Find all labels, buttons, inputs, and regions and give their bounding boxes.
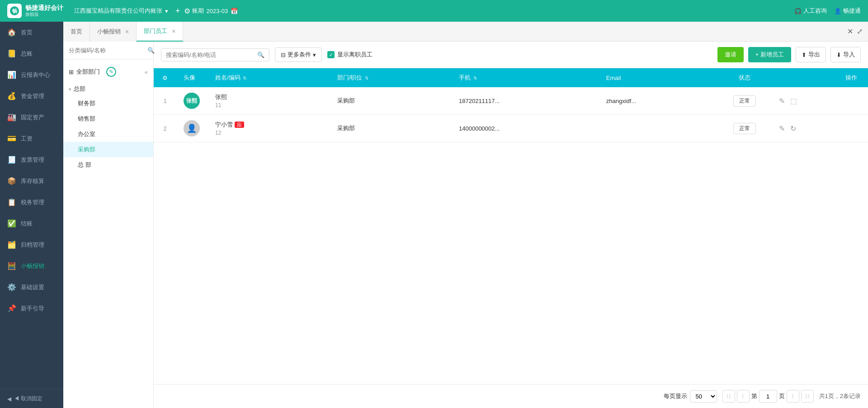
col-name[interactable]: 姓名/编码 ⇅	[208, 68, 330, 87]
dept-group-name-general: 总部	[74, 85, 85, 93]
add-employee-button[interactable]: + 新增员工	[748, 47, 791, 62]
col-dept[interactable]: 部门/职位 ⇅	[330, 68, 452, 87]
sidebar-item-guide[interactable]: 📌 新手引导	[0, 298, 63, 319]
sidebar-item-expense[interactable]: 🧮 小畅报销	[0, 255, 63, 277]
dept-item-purchase[interactable]: 采购部	[63, 142, 153, 157]
import-icon: ⬇	[836, 52, 841, 58]
sidebar-item-reports[interactable]: 📊 云报表中心	[0, 64, 63, 85]
settings-icon[interactable]: ⚙	[182, 5, 192, 17]
sidebar-item-salary[interactable]: 💳 工资	[0, 128, 63, 149]
dept-item-hq[interactable]: 总 部	[63, 157, 153, 173]
user-profile-button[interactable]: 👤 畅捷通	[834, 7, 861, 15]
dept-all-label: 全部部门	[76, 68, 100, 76]
sidebar-item-settings[interactable]: ⚙️ 基础设置	[0, 277, 63, 298]
col-avatar: 头像	[176, 68, 208, 87]
avatar: 👤	[184, 120, 200, 136]
human-service-button[interactable]: 🎧 人工咨询	[794, 7, 827, 15]
tab-expense-close[interactable]: ×	[125, 28, 129, 35]
edit-icon[interactable]: ✎	[779, 97, 785, 105]
close-tab-button[interactable]: ✕	[847, 27, 853, 36]
logout-icon[interactable]: ⬚	[790, 97, 797, 105]
sidebar-item-home[interactable]: 🏠 首页	[0, 22, 63, 43]
export-button[interactable]: ⬆ 导出	[796, 47, 826, 62]
sidebar-item-invoice[interactable]: 🧾 发票管理	[0, 149, 63, 170]
collapse-tree-button[interactable]: «	[145, 69, 148, 75]
per-page-area: 每页显示 50 10 20 100	[664, 390, 717, 403]
header-actions: 🎧 人工咨询 👤 畅捷通	[794, 7, 861, 15]
category-search-input[interactable]	[69, 47, 145, 54]
logo-area: 畅 畅捷通好会计 旗舰版	[7, 4, 71, 18]
tab-expense[interactable]: 小畅报销 ×	[90, 22, 137, 42]
search-icon-toolbar: 🔍	[257, 52, 264, 58]
top-header: 畅 畅捷通好会计 旗舰版 江西服宝精品有限责任公司内账张 ▾ + ⚙ 账期 20…	[0, 0, 868, 22]
prev-page-button[interactable]: ⟨	[737, 390, 750, 403]
sidebar-label-archive: 归档管理	[21, 241, 44, 249]
tab-dept[interactable]: 部门员工 ×	[137, 22, 183, 42]
content-area: 首页 小畅报销 × 部门员工 × ✕ ⤢ 🔍	[63, 22, 868, 408]
filter-button[interactable]: ⊟ 更多条件 ▾	[275, 47, 322, 62]
inventory-icon: 📦	[7, 177, 16, 185]
sidebar-item-inventory[interactable]: 📦 库存核算	[0, 170, 63, 192]
expand-tab-button[interactable]: ⤢	[857, 27, 863, 36]
employee-status-cell: 正常	[717, 87, 772, 115]
add-company-button[interactable]: +	[174, 5, 182, 18]
sidebar-label-expense: 小畅报销	[21, 262, 44, 270]
page-input[interactable]	[759, 390, 777, 403]
employee-mobile-cell: 18720211117...	[452, 87, 599, 115]
sidebar-label-salary: 工资	[21, 135, 33, 143]
tab-bar-actions: ✕ ⤢	[847, 27, 868, 36]
calendar-icon[interactable]: 📅	[231, 8, 238, 14]
page-content: 🔍 ⊞ 全部部门 ✎ « ▾ 总部	[63, 42, 868, 408]
import-button[interactable]: ⬇ 导入	[830, 47, 861, 62]
employee-list-panel: 🔍 ⊟ 更多条件 ▾ ✓ 显示离职员工	[154, 42, 868, 408]
show-resigned-checkbox[interactable]: ✓ 显示离职员工	[327, 51, 373, 59]
employee-mobile: 18720211117...	[459, 98, 500, 104]
dept-finance-label: 财务部	[78, 100, 95, 107]
logo-text-area: 畅捷通好会计 旗舰版	[25, 4, 63, 18]
row-index: 2	[154, 115, 176, 142]
employee-avatar-cell: 👤	[176, 115, 208, 142]
sidebar-item-settle[interactable]: ✅ 结账	[0, 213, 63, 234]
last-page-button[interactable]: ⟩⟩	[801, 390, 814, 403]
next-page-button[interactable]: ⟩	[787, 390, 799, 403]
first-page-button[interactable]: ⟨⟨	[722, 390, 735, 403]
dept-group-header-general[interactable]: ▾ 总部	[63, 82, 153, 96]
sidebar-item-capital[interactable]: 💰 资金管理	[0, 85, 63, 107]
col-actions: 操作	[772, 68, 868, 87]
invite-button[interactable]: 邀请	[717, 47, 744, 62]
employee-name-cell: 宁小雪应12	[208, 115, 330, 142]
dept-item-finance[interactable]: 财务部	[63, 96, 153, 111]
dept-item-office[interactable]: 办公室	[63, 127, 153, 142]
sidebar-label-fixed: 固定资产	[21, 113, 44, 122]
dept-office-label: 办公室	[78, 131, 95, 137]
sidebar-label-home: 首页	[21, 28, 33, 37]
employee-search-box: 🔍	[161, 48, 269, 61]
dept-item-sales[interactable]: 销售部	[63, 111, 153, 127]
sidebar-label-invoice: 发票管理	[21, 156, 44, 164]
per-page-select[interactable]: 50 10 20 100	[690, 390, 717, 403]
show-resigned-label: 显示离职员工	[337, 51, 373, 59]
tab-dept-close[interactable]: ×	[172, 28, 175, 35]
cancel-pin-button[interactable]: ◀ ◀ 取消固定	[0, 389, 63, 408]
edit-icon[interactable]: ✎	[779, 124, 785, 133]
invoice-icon: 🧾	[7, 155, 16, 164]
company-selector[interactable]: 江西服宝精品有限责任公司内账张 ▾	[74, 7, 168, 15]
dept-all-button[interactable]: ⊞ 全部部门 ✎ «	[63, 63, 153, 80]
employee-search-input[interactable]	[166, 52, 255, 58]
tab-home[interactable]: 首页	[63, 22, 90, 42]
page-label: 第	[751, 392, 757, 400]
edit-dept-button[interactable]: ✎	[106, 67, 116, 77]
sidebar-item-fixed[interactable]: 🏭 固定资产	[0, 107, 63, 128]
employee-name: 宁小雪应	[215, 121, 323, 129]
dept-sort-icon: ⇅	[365, 75, 368, 80]
sidebar-item-tax[interactable]: 📋 税务管理	[0, 192, 63, 213]
employee-email-cell	[599, 115, 717, 142]
sidebar-item-archive[interactable]: 🗂️ 归档管理	[0, 234, 63, 255]
col-settings[interactable]: ⚙	[154, 68, 176, 87]
refresh-icon[interactable]: ↻	[790, 124, 796, 133]
col-mobile[interactable]: 手机 ⇅	[452, 68, 599, 87]
employee-actions-cell: ✎↻	[772, 115, 868, 142]
sidebar-item-ledger[interactable]: 📒 总账	[0, 43, 63, 64]
pin-icon: ◀	[7, 396, 11, 402]
dept-group-general: ▾ 总部 财务部 销售部 办公室 采购部	[63, 80, 153, 174]
